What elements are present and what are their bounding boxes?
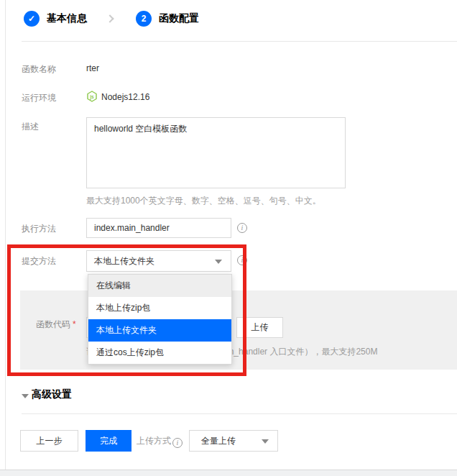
page-left-border [5,0,6,470]
runtime-label: 运行环境 [22,92,56,104]
description-label: 描述 [22,121,39,133]
menu-item-local-folder[interactable]: 本地上传文件夹 [88,319,231,342]
submit-method-value: 本地上传文件夹 [94,256,154,266]
svg-text:js: js [89,94,94,100]
handler-info-icon[interactable]: i [237,223,247,233]
menu-item-cos-zip[interactable]: 通过cos上传zip包 [88,342,231,364]
submit-method-dropdown: 在线编辑 本地上传zip包 本地上传文件夹 通过cos上传zip包 [88,274,232,365]
wizard-steps: ✓ 基本信息 2 函数配置 [24,11,199,27]
function-config-page: ✓ 基本信息 2 函数配置 函数名称 rter 运行环境 js Nodejs12… [0,0,457,476]
name-value: rter [86,63,99,73]
step2-label: 函数配置 [159,12,199,25]
submit-method-select[interactable]: 本地上传文件夹 [86,250,231,272]
previous-step-button[interactable]: 上一步 [20,430,78,452]
required-mark: * [73,319,76,329]
triangle-down-icon [22,394,29,398]
header-divider [22,41,457,42]
code-label: 函数代码* [36,319,76,331]
upload-mode-label: 上传方式i [137,435,183,448]
step2-number: 2 [136,11,152,27]
name-label: 函数名称 [22,63,56,75]
handler-label: 执行方法 [22,223,56,235]
chevron-down-icon [215,260,222,264]
description-note: 最大支持1000个英文字母、数字、空格、逗号、句号、中文。 [86,195,321,207]
handler-input[interactable]: index.main_handler [86,218,231,238]
chevron-right-icon [106,14,114,22]
runtime-value: Nodejs12.16 [101,92,149,102]
footer-divider [22,413,457,414]
nodejs-icon: js [86,91,98,104]
upload-mode-value: 全量上传 [201,436,236,446]
chevron-down-icon [262,439,269,444]
finish-button[interactable]: 完成 [86,430,131,452]
description-textarea[interactable]: helloworld 空白模板函数 [86,117,346,188]
bottom-strip [0,470,457,476]
upload-button[interactable]: 上传 [236,317,283,338]
menu-item-online-edit[interactable]: 在线编辑 [88,275,231,297]
submit-method-label: 提交方法 [22,255,56,267]
step1-label[interactable]: 基本信息 [47,12,87,25]
submit-method-info-icon[interactable]: i [237,255,247,265]
step1-done-icon[interactable]: ✓ [24,11,40,27]
advanced-settings-toggle[interactable]: 高级设置 [32,388,72,401]
menu-item-local-zip[interactable]: 本地上传zip包 [88,297,231,319]
upload-mode-select[interactable]: 全量上传 [189,430,278,452]
upload-mode-info-icon[interactable]: i [172,438,183,448]
